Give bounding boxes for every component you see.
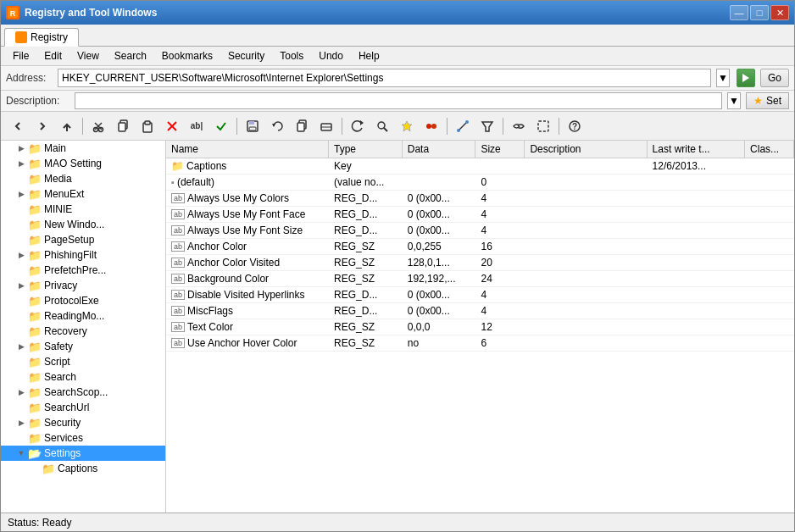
tree-item-minie[interactable]: 📁 MINIE <box>1 202 165 217</box>
col-header-type[interactable]: Type <box>329 141 403 158</box>
list-row[interactable]: ab Disable Visited Hyperlinks REG_D... 0… <box>166 287 794 303</box>
bookmark-button[interactable] <box>395 115 419 137</box>
tree-item-prefetch[interactable]: 📁 PrefetchPre... <box>1 263 165 278</box>
tree-item-mao[interactable]: ▶ 📁 MAO Setting <box>1 156 165 171</box>
svg-marker-17 <box>272 124 275 127</box>
tree-item-reading[interactable]: 📁 ReadingMo... <box>1 308 165 324</box>
search-button[interactable] <box>370 115 394 137</box>
list-row[interactable]: ab Text Color REG_SZ 0,0,0 12 <box>166 319 794 335</box>
copy2-button[interactable] <box>290 115 314 137</box>
tab-registry[interactable]: Registry <box>4 28 79 47</box>
list-row[interactable]: ab Use Anchor Hover Color REG_SZ no 6 <box>166 335 794 352</box>
tree-item-privacy[interactable]: ▶ 📁 Privacy <box>1 278 165 293</box>
svg-rect-16 <box>249 127 256 130</box>
tree-item-protocol[interactable]: 📁 ProtocolExe <box>1 293 165 308</box>
description-dropdown-button[interactable]: ▼ <box>727 92 741 109</box>
address-dropdown-button[interactable]: ▼ <box>716 69 730 87</box>
minimize-button[interactable]: — <box>730 5 748 20</box>
tree-label-settings: Settings <box>44 447 81 459</box>
refresh-button[interactable] <box>346 115 370 137</box>
list-row[interactable]: ▪ (default) (value no... 0 <box>166 175 794 191</box>
tree-item-pagesetup[interactable]: 📁 PageSetup <box>1 232 165 247</box>
rename-button[interactable]: ab| <box>185 115 208 137</box>
list-cell-name: ab Disable Visited Hyperlinks <box>166 287 329 302</box>
address-input[interactable] <box>58 69 711 87</box>
copy-button[interactable] <box>111 115 135 137</box>
list-row[interactable]: ab Always Use My Font Size REG_D... 0 (0… <box>166 223 794 239</box>
link-button[interactable] <box>507 115 531 137</box>
col-header-size[interactable]: Size <box>475 141 525 158</box>
filter-button[interactable] <box>475 115 499 137</box>
address-go-icon[interactable] <box>737 69 755 87</box>
menu-file[interactable]: File <box>6 48 36 64</box>
tree-item-safety[interactable]: ▶ 📁 Safety <box>1 339 165 354</box>
set-button-label: Set <box>766 95 781 107</box>
list-cell-class <box>745 180 794 184</box>
menu-view[interactable]: View <box>70 48 106 64</box>
menu-edit[interactable]: Edit <box>37 48 69 64</box>
check-button[interactable] <box>209 115 233 137</box>
svg-point-29 <box>465 120 469 124</box>
tree-item-newwindow[interactable]: 📁 New Windo... <box>1 217 165 232</box>
list-row[interactable]: 📁 Captions Key 12/6/2013... <box>166 158 794 175</box>
list-row[interactable]: ab MiscFlags REG_D... 0 (0x00... 4 <box>166 303 794 319</box>
col-header-data[interactable]: Data <box>403 141 476 158</box>
tree-item-main[interactable]: ▶ 📁 Main <box>1 141 165 156</box>
list-cell-lastwrite <box>648 229 745 232</box>
tree-item-security[interactable]: ▶ 📁 Security <box>1 415 165 430</box>
paste-button[interactable] <box>136 115 159 137</box>
tree-item-searchurl[interactable]: 📁 SearchUrl <box>1 400 165 415</box>
col-header-lastwrite[interactable]: Last write t... <box>648 141 745 158</box>
menu-search[interactable]: Search <box>108 48 153 64</box>
expand-icon-security: ▶ <box>14 416 28 429</box>
list-row[interactable]: ab Anchor Color REG_SZ 0,0,255 16 <box>166 239 794 255</box>
menu-bookmarks[interactable]: Bookmarks <box>155 48 220 64</box>
tree-item-settings[interactable]: ▼ 📂 Settings <box>1 446 165 461</box>
menu-tools[interactable]: Tools <box>273 48 310 64</box>
list-cell-name: ab Use Anchor Hover Color <box>166 335 329 351</box>
col-header-desc[interactable]: Description <box>525 141 647 158</box>
col-header-name[interactable]: Name <box>166 141 329 158</box>
connect-button[interactable] <box>451 115 475 137</box>
menu-security[interactable]: Security <box>221 48 271 64</box>
set-button[interactable]: ★ Set <box>746 92 789 109</box>
tree-item-captions[interactable]: 📁 Captions <box>1 461 165 476</box>
up-button[interactable] <box>55 115 79 137</box>
menu-help[interactable]: Help <box>352 48 386 64</box>
list-cell-class <box>745 325 794 329</box>
tree-item-media[interactable]: 📁 Media <box>1 171 165 186</box>
list-row[interactable]: ab Background Color REG_SZ 192,192,... 2… <box>166 271 794 287</box>
tree-item-script[interactable]: 📁 Script <box>1 354 165 369</box>
tree-item-search[interactable]: 📁 Search <box>1 369 165 385</box>
favorites-button[interactable] <box>420 115 443 137</box>
help-button[interactable]: ? <box>563 115 587 137</box>
tree-item-menuext[interactable]: ▶ 📁 MenuExt <box>1 186 165 202</box>
cut-button[interactable] <box>86 115 110 137</box>
delete-button[interactable] <box>160 115 184 137</box>
col-header-class[interactable]: Clas... <box>745 141 794 158</box>
description-input[interactable] <box>75 92 722 109</box>
tree-item-services[interactable]: 📁 Services <box>1 430 165 446</box>
tree-item-recovery[interactable]: 📁 Recovery <box>1 324 165 339</box>
list-row[interactable]: ab Always Use My Colors REG_D... 0 (0x00… <box>166 191 794 207</box>
menu-bar: File Edit View Search Bookmarks Security… <box>1 47 794 66</box>
close-button[interactable]: ✕ <box>770 5 789 20</box>
folder-icon-captions: 📁 <box>42 463 55 475</box>
save-button[interactable] <box>241 115 264 137</box>
go-button[interactable]: Go <box>760 69 789 87</box>
list-cell-size: 16 <box>475 239 525 254</box>
forward-button[interactable] <box>31 115 54 137</box>
list-row[interactable]: ab Always Use My Font Face REG_D... 0 (0… <box>166 207 794 223</box>
menu-undo[interactable]: Undo <box>312 48 350 64</box>
tree-item-searchscope[interactable]: ▶ 📁 SearchScop... <box>1 385 165 400</box>
list-row[interactable]: ab Anchor Color Visited REG_SZ 128,0,1..… <box>166 255 794 271</box>
select-button[interactable] <box>531 115 555 137</box>
expand-icon-searchscope: ▶ <box>14 385 28 399</box>
list-cell-type: REG_SZ <box>329 255 403 270</box>
paste2-button[interactable] <box>314 115 338 137</box>
tree-item-phishing[interactable]: ▶ 📁 PhishingFilt <box>1 247 165 263</box>
undo-button[interactable] <box>265 115 289 137</box>
back-button[interactable] <box>6 115 30 137</box>
maximize-button[interactable]: □ <box>750 5 769 20</box>
expand-icon-protocol <box>14 294 28 308</box>
